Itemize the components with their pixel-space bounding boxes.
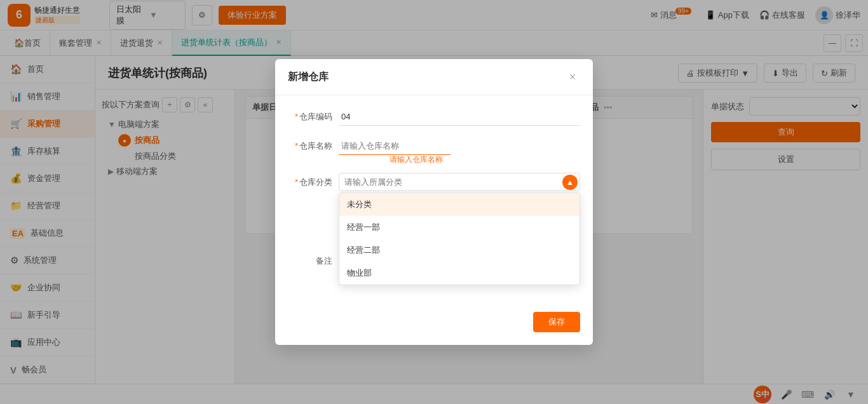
dropdown-item-dept3[interactable]: 物业部 <box>339 262 580 285</box>
modal-close-button[interactable]: × <box>565 69 580 84</box>
modal-new-warehouse: 新增仓库 × 仓库编码 仓库名称 请输入仓库名称 仓库分类 <box>275 59 593 345</box>
modal-body: 仓库编码 仓库名称 请输入仓库名称 仓库分类 ▲ 未分类 <box>275 95 593 304</box>
notes-label: 备注 <box>288 255 339 267</box>
dropdown-item-dept1[interactable]: 经营一部 <box>339 216 580 239</box>
category-arrow-button[interactable]: ▲ <box>562 175 578 190</box>
save-button[interactable]: 保存 <box>533 312 580 332</box>
category-input[interactable] <box>339 173 580 191</box>
dropdown-item-uncategorized[interactable]: 未分类 <box>339 193 580 216</box>
code-input[interactable] <box>339 108 580 126</box>
name-input-wrapper: 请输入仓库名称 <box>339 137 580 155</box>
category-label: 仓库分类 <box>288 177 339 188</box>
category-dropdown: 未分类 经营一部 经营二部 物业部 <box>339 192 580 285</box>
code-label: 仓库编码 <box>288 111 339 123</box>
form-row-category: 仓库分类 ▲ 未分类 经营一部 经营二部 物业部 <box>288 173 580 191</box>
name-label: 仓库名称 <box>288 140 339 152</box>
name-error-msg: 请输入仓库名称 <box>390 154 443 165</box>
modal-header: 新增仓库 × <box>275 59 593 95</box>
form-row-code: 仓库编码 <box>288 108 580 126</box>
name-input[interactable] <box>339 137 451 155</box>
dropdown-item-dept2[interactable]: 经营二部 <box>339 239 580 262</box>
modal-overlay[interactable]: 新增仓库 × 仓库编码 仓库名称 请输入仓库名称 仓库分类 <box>0 0 868 404</box>
category-select-wrapper: ▲ 未分类 经营一部 经营二部 物业部 <box>339 173 580 191</box>
modal-footer: 保存 <box>275 304 593 345</box>
form-row-name: 仓库名称 请输入仓库名称 <box>288 137 580 155</box>
modal-title: 新增仓库 <box>288 71 329 84</box>
